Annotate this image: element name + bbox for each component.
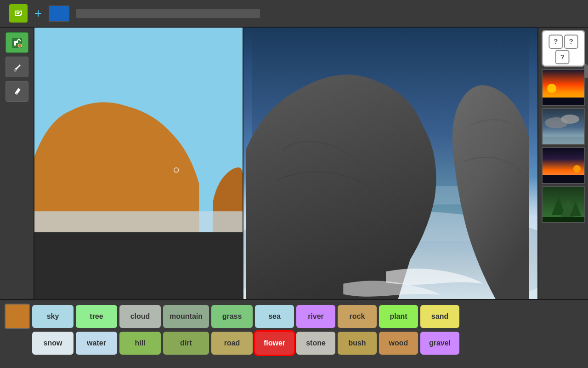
palette-btn-hill[interactable]: hill [119, 332, 161, 355]
app-container: + [0, 0, 588, 368]
svg-rect-37 [543, 175, 585, 184]
drawing-canvas[interactable] [34, 28, 243, 232]
palette-btn-grass[interactable]: grass [211, 305, 253, 328]
thumbnails-panel: ? ? ? [537, 28, 588, 299]
palette-btn-wood[interactable]: wood [379, 332, 418, 355]
fill-tool-button[interactable] [6, 32, 28, 53]
active-color-swatch[interactable] [5, 304, 30, 329]
svg-rect-12 [34, 211, 243, 232]
palette-btn-bush[interactable]: bush [338, 332, 377, 355]
svg-text:?: ? [554, 37, 558, 45]
svg-rect-34 [543, 137, 585, 145]
palette-btn-sky[interactable]: sky [32, 305, 74, 328]
thumbnail-1[interactable] [542, 69, 585, 106]
toolbar: + [0, 0, 588, 28]
palette-area: sky tree cloud mountain grass sea river … [0, 299, 588, 368]
svg-point-33 [561, 115, 579, 124]
palette-row-2: snow water hill dirt road flower stone b… [5, 332, 583, 355]
palette-btn-sea[interactable]: sea [255, 305, 294, 328]
palette-btn-dirt[interactable]: dirt [163, 332, 209, 355]
add-button[interactable]: + [34, 6, 42, 21]
svg-text:?: ? [569, 37, 573, 45]
tool-panel [0, 28, 34, 299]
brush-tool-button[interactable] [6, 57, 28, 77]
palette-btn-cloud[interactable]: cloud [119, 305, 161, 328]
svg-point-36 [573, 165, 581, 172]
thumbnail-random[interactable]: ? ? ? [542, 30, 585, 67]
palette-row-1: sky tree cloud mountain grass sea river … [5, 304, 583, 329]
nvidia-logo[interactable] [9, 4, 28, 23]
palette-btn-river[interactable]: river [296, 305, 335, 328]
palette-btn-stone[interactable]: stone [296, 332, 335, 355]
svg-point-29 [547, 84, 556, 93]
svg-point-6 [18, 44, 22, 47]
svg-text:?: ? [560, 53, 564, 61]
palette-btn-water[interactable]: water [76, 332, 117, 355]
palette-btn-sand[interactable]: sand [420, 305, 459, 328]
palette-btn-snow[interactable]: snow [32, 332, 74, 355]
svg-rect-30 [543, 98, 585, 106]
thumbnail-3[interactable] [542, 147, 585, 184]
palette-btn-road[interactable]: road [211, 332, 253, 355]
color-swatch[interactable] [49, 6, 69, 22]
pencil-tool-button[interactable] [6, 81, 28, 102]
palette-btn-mountain[interactable]: mountain [163, 305, 209, 328]
thumbnail-4[interactable] [542, 186, 585, 223]
main-area: ? ? ? [0, 28, 588, 299]
scene [243, 28, 537, 299]
palette-btn-flower[interactable]: flower [255, 332, 294, 355]
canvas-area [34, 28, 537, 299]
svg-point-8 [14, 69, 17, 72]
progress-bar [76, 9, 260, 18]
palette-btn-plant[interactable]: plant [379, 305, 418, 328]
palette-btn-rock[interactable]: rock [338, 305, 377, 328]
thumbnail-2[interactable] [542, 108, 585, 145]
palette-btn-gravel[interactable]: gravel [420, 332, 459, 355]
generated-image [243, 28, 537, 299]
palette-btn-tree[interactable]: tree [76, 305, 117, 328]
svg-rect-42 [543, 217, 585, 223]
